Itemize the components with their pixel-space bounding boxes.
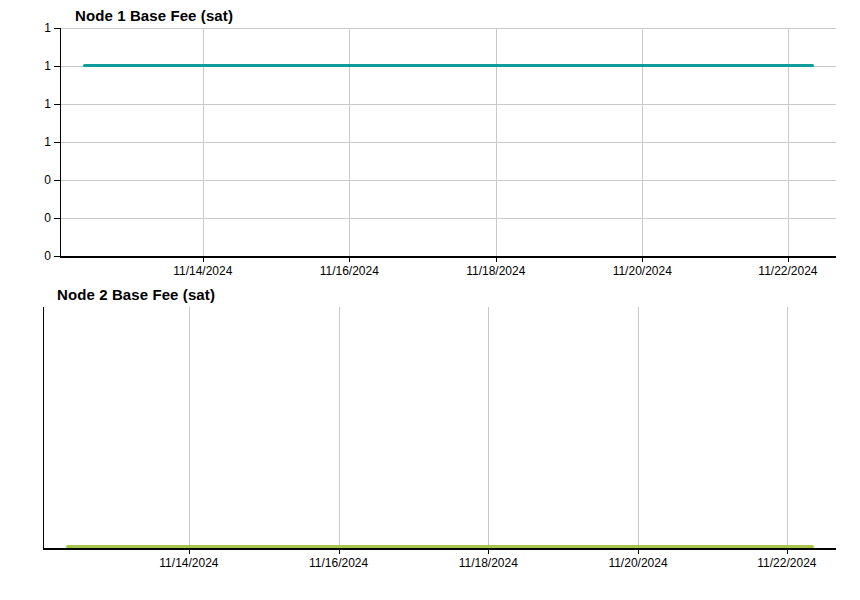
x-axis-tick — [189, 548, 190, 554]
x-axis-tick — [787, 548, 788, 554]
x-axis-tick-label: 11/20/2024 — [608, 556, 667, 570]
vertical-gridline — [488, 307, 489, 548]
plot-area-node-2[interactable]: 11/14/202411/16/202411/18/202411/20/2024… — [43, 307, 836, 550]
vertical-gridline — [339, 307, 340, 548]
vertical-gridline — [787, 307, 788, 548]
vertical-gridline — [638, 307, 639, 548]
vertical-gridline — [189, 307, 190, 548]
series-line-node-2-base-fee — [66, 545, 814, 548]
x-axis-tick-label: 11/14/2024 — [159, 556, 218, 570]
x-axis-tick-label: 11/22/2024 — [757, 556, 816, 570]
x-axis-tick — [488, 548, 489, 554]
fee-charts-page: Node 1 Base Fee (sat) 11/14/202411/16/20… — [0, 0, 860, 600]
x-axis-tick-label: 11/16/2024 — [309, 556, 368, 570]
chart-title-node-2: Node 2 Base Fee (sat) — [57, 286, 215, 303]
x-axis-tick-label: 11/18/2024 — [459, 556, 518, 570]
x-axis-tick — [339, 548, 340, 554]
chart-node-2-base-fee: Node 2 Base Fee (sat) 11/14/202411/16/20… — [0, 0, 860, 600]
x-axis-tick — [638, 548, 639, 554]
